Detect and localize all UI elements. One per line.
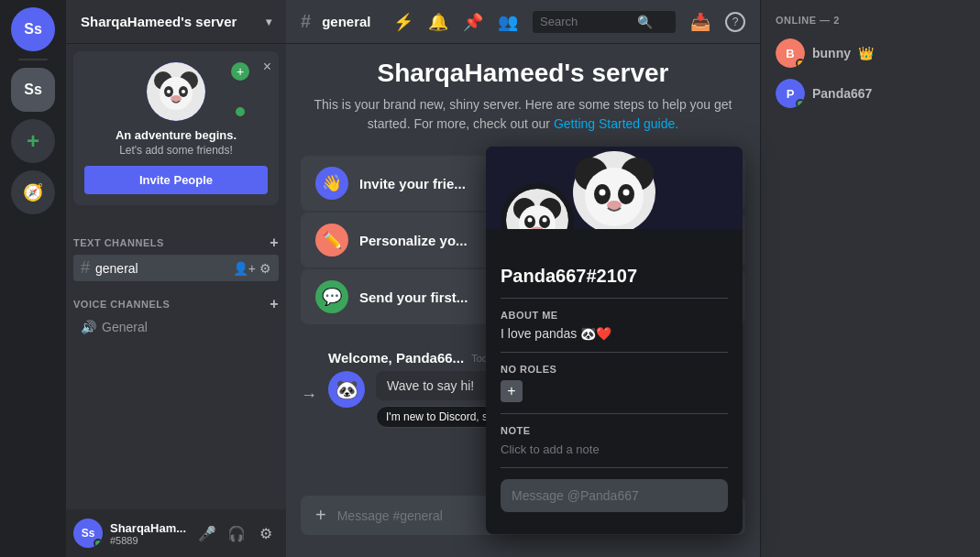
note-header: NOTE (501, 425, 728, 436)
add-friend-badge: + (231, 62, 249, 81)
invite-card-icon: 👋 (315, 167, 348, 200)
profile-avatar-area: 📱 (501, 183, 574, 229)
about-emojis: 🐼❤️ (580, 326, 611, 341)
online-status-dot (94, 539, 103, 548)
members-icon[interactable]: 👥 (498, 12, 518, 32)
channel-name-label: general (95, 261, 138, 276)
add-user-icon[interactable]: 👤+ (233, 261, 256, 276)
wave-avatar: 🐼 (328, 371, 365, 408)
profile-divider-2 (501, 352, 728, 353)
server-divider (18, 59, 48, 60)
search-input[interactable] (540, 15, 632, 28)
settings-button[interactable]: ⚙ (253, 520, 279, 546)
help-icon[interactable]: ? (725, 12, 745, 32)
add-role-button[interactable]: + (501, 380, 523, 402)
headset-button[interactable]: 🎧 (224, 520, 249, 546)
svg-point-17 (623, 190, 630, 196)
server-name-header[interactable]: SharqaHameed's server ▾ (66, 0, 286, 44)
svg-point-26 (543, 218, 547, 223)
inbox-icon[interactable]: 📥 (690, 12, 710, 32)
profile-username: Panda667#2107 (501, 266, 728, 287)
popup-message-input-box (501, 479, 728, 512)
bunny-status-dot (796, 59, 805, 68)
personalize-card-icon: ✏️ (315, 224, 348, 257)
channels-list: Text Channels + # general 👤+ ⚙ Voice Cha… (66, 213, 286, 509)
settings-icon[interactable]: ⚙ (259, 261, 271, 276)
popup-title: An adventure begins. (84, 128, 268, 142)
member-item-panda667[interactable]: P Panda667 (768, 73, 973, 114)
member-name-panda667: Panda667 (812, 86, 872, 101)
svg-point-6 (167, 90, 171, 93)
server-welcome-description: This is your brand new, shiny server. He… (301, 95, 745, 134)
profile-popup: 📱 Panda667#2107 ABOUT ME I love pandas 🐼… (486, 147, 743, 534)
member-avatar-bunny: B (776, 38, 805, 68)
personalize-card-text: Personalize yo... (359, 233, 468, 248)
popup-avatar-wrapper: + (84, 62, 268, 121)
svg-point-13 (585, 168, 644, 226)
member-item-bunny[interactable]: B bunny 👑 (768, 33, 973, 73)
sharqa-server-icon[interactable]: Ss (11, 68, 55, 112)
notifications-icon[interactable]: 🔔 (428, 12, 448, 32)
hash-icon: # (81, 258, 90, 278)
online-count-header: ONLINE — 2 (768, 15, 973, 26)
voice-channels-header: Voice Channels + (66, 281, 286, 316)
channel-hash-icon: # (301, 11, 311, 32)
message-arrow-icon: → (301, 350, 317, 431)
svg-point-7 (182, 90, 185, 93)
channel-header: # general ⚡ 🔔 📌 👥 🔍 📥 ? (286, 0, 760, 44)
popup-message-input[interactable] (512, 488, 717, 503)
sidebar: SharqaHameed's server ▾ × (66, 0, 286, 557)
invite-people-button[interactable]: Invite People (84, 166, 268, 194)
channel-header-name: general (322, 14, 370, 29)
panda667-status-dot (796, 99, 805, 108)
microphone-button[interactable]: 🎤 (194, 520, 220, 546)
getting-started-link[interactable]: Getting Started guide. (554, 116, 678, 131)
app-container: Ss Ss + 🧭 SharqaHameed's server ▾ × (0, 0, 980, 557)
svg-point-25 (528, 218, 533, 223)
footer-user-info: SharqaHam... #5889 (110, 521, 187, 546)
text-channels-header: Text Channels + (66, 220, 286, 255)
member-name-bunny: bunny (812, 46, 851, 60)
channel-item-general-voice[interactable]: 🔊 General (73, 316, 279, 338)
popup-avatar (147, 62, 205, 121)
channel-actions: 👤+ ⚙ (233, 261, 271, 276)
add-attachment-button[interactable]: + (315, 505, 326, 526)
svg-point-16 (600, 190, 606, 196)
search-bar[interactable]: 🔍 (533, 11, 676, 33)
members-sidebar: ONLINE — 2 B bunny 👑 P Panda667 (760, 0, 980, 557)
explore-servers-button[interactable]: 🧭 (11, 170, 55, 214)
boost-icon[interactable]: ⚡ (393, 12, 413, 32)
bunny-badge-icon: 👑 (858, 46, 874, 60)
profile-avatar (501, 183, 574, 229)
pinned-icon[interactable]: 📌 (463, 12, 483, 32)
header-icons: ⚡ 🔔 📌 👥 🔍 📥 ? (393, 11, 745, 33)
chevron-down-icon: ▾ (266, 16, 271, 28)
add-server-button[interactable]: + (11, 119, 55, 163)
add-voice-channel-button[interactable]: + (270, 296, 279, 312)
profile-divider-3 (501, 413, 728, 414)
no-roles-header: NO ROLES (501, 364, 728, 375)
footer-discriminator: #5889 (110, 535, 187, 546)
voice-channel-label: General (102, 320, 148, 334)
profile-body: Panda667#2107 ABOUT ME I love pandas 🐼❤️… (486, 229, 743, 534)
home-server-icon[interactable]: Ss (11, 7, 55, 51)
add-text-channel-button[interactable]: + (270, 235, 279, 251)
message-username: Welcome, Panda66... (328, 350, 464, 366)
channel-item-general[interactable]: # general 👤+ ⚙ (73, 255, 279, 281)
profile-banner: 📱 (486, 147, 743, 229)
send-card-icon: 💬 (315, 280, 348, 313)
server-name-label: SharqaHameed's server (81, 14, 237, 29)
note-placeholder[interactable]: Click to add a note (501, 442, 600, 456)
online-badge (233, 104, 248, 119)
server-welcome-section: SharqaHameed's server This is your brand… (301, 59, 745, 134)
friend-popup: × + (73, 51, 279, 205)
note-area: Click to add a note (501, 442, 728, 456)
server-welcome-title: SharqaHameed's server (301, 59, 745, 88)
send-card-text: Send your first... (359, 289, 468, 305)
footer-avatar: Ss (73, 519, 103, 548)
about-me-header: ABOUT ME (501, 310, 728, 321)
server-list: Ss Ss + 🧭 (0, 0, 66, 557)
invite-card-text: Invite your frie... (359, 176, 466, 191)
voice-channels-label: Voice Channels (73, 299, 170, 310)
popup-subtitle: Let's add some friends! (84, 144, 268, 157)
